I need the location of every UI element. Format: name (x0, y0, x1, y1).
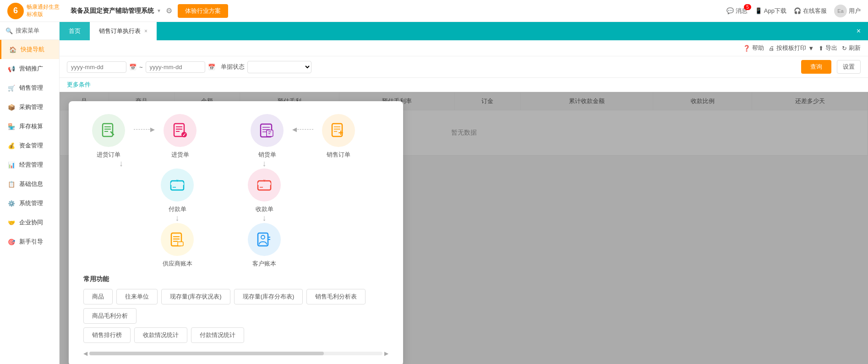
query-button[interactable]: 查询 (801, 60, 831, 74)
sidebar-item-finance[interactable]: 💰 资金管理 (0, 136, 59, 155)
func-btn-receipt-stats[interactable]: 收款情况统计 (134, 327, 187, 343)
scrollbar-right-arrow[interactable]: ▶ (384, 350, 388, 357)
logo-icon: 6 (7, 3, 24, 19)
flow-item-receipt[interactable]: ¥ 收款单 (239, 168, 289, 213)
target-icon: 🎯 (7, 238, 16, 246)
print-button[interactable]: 🖨 按模板打印 ▼ (769, 44, 814, 52)
func-btn-sales-rank[interactable]: 销售排行榜 (83, 327, 131, 343)
quick-nav-modal: 进货订单 ▶ ✓ (69, 101, 403, 364)
marketing-icon: 📢 (7, 65, 16, 73)
sidebar-item-purchase[interactable]: 📦 采购管理 (0, 98, 59, 117)
sidebar-item-marketing[interactable]: 📢 营销推广 (0, 59, 59, 78)
sales-bill-circle (251, 114, 284, 147)
tab-sales-order[interactable]: 销售订单执行表 × (90, 22, 157, 40)
func-btn-stock-status[interactable]: 现存量(库存状况表) (161, 289, 230, 304)
message-badge: 5 (744, 4, 751, 10)
receipt-circle: ¥ (248, 168, 281, 201)
func-btn-goods[interactable]: 商品 (83, 289, 113, 304)
sidebar-item-operations[interactable]: 📊 经营管理 (0, 155, 59, 174)
tab-bar: 首页 销售订单执行表 × × (60, 22, 868, 40)
sidebar-item-inventory[interactable]: 🏪 库存核算 (0, 117, 59, 136)
logo-text: 畅康通好生意 标准版 (27, 4, 60, 18)
common-functions-title: 常用功能 (83, 275, 388, 283)
svg-rect-14 (267, 130, 273, 136)
func-btn-sales-profit[interactable]: 销售毛利分析表 (306, 289, 366, 304)
sidebar-item-enterprise[interactable]: 🤝 企业协同 (0, 213, 59, 232)
sidebar-item-beginner[interactable]: 🎯 新手引导 (0, 232, 59, 251)
func-grid: 商品 往来单位 现存量(库存状况表) 现存量(库存分布表) 销售毛利分析表 商品… (83, 289, 388, 324)
flow-item-payment[interactable]: ¥ 付款单 (152, 168, 202, 213)
func-btn-goods-profit[interactable]: 商品毛利分析 (83, 308, 136, 324)
scrollbar-track[interactable] (89, 352, 382, 355)
more-conditions-link[interactable]: 更多条件 (67, 81, 91, 89)
func-btn-partners[interactable]: 往来单位 (116, 289, 158, 304)
svg-rect-0 (103, 124, 113, 136)
export-button[interactable]: ⬆ 导出 (819, 44, 837, 52)
content-area: 首页 销售订单执行表 × × ❓ 帮助 🖨 按模板打印 (60, 22, 868, 364)
flow-item-purchase-bill[interactable]: ✓ 进货单 (155, 114, 205, 159)
status-select[interactable] (247, 61, 311, 73)
logo-area: 6 畅康通好生意 标准版 (7, 3, 67, 19)
export-icon: ⬆ (819, 45, 824, 52)
top-right-area: 💬 消息 5 📱 App下载 🎧 在线客服 Ea 用户 (726, 5, 861, 17)
supplier-ledger-circle (161, 223, 194, 256)
sidebar: 🔍 搜索菜单 🏠 快捷导航 📢 营销推广 🛒 销售管理 📦 采购管理 🏪 (0, 22, 60, 364)
filter-row: 📅 ~ 📅 单据状态 查询 设置 (60, 56, 868, 78)
sales-order-circle (322, 114, 355, 147)
system-title: 装备及固定资产辅助管理系统 ▼ (71, 7, 161, 15)
home-icon: 🏠 (9, 45, 17, 54)
search-menu[interactable]: 🔍 搜索菜单 (0, 22, 59, 40)
sidebar-item-basic-info[interactable]: 📋 基础信息 (0, 174, 59, 194)
calendar-icon-from[interactable]: 📅 (129, 64, 136, 71)
trial-button[interactable]: 体验行业方案 (178, 4, 228, 18)
setting-button[interactable]: 设置 (837, 60, 861, 74)
print-dropdown-icon: ▼ (808, 45, 814, 52)
message-icon: 💬 (726, 7, 734, 14)
payment-circle: ¥ (161, 168, 194, 201)
online-service-item[interactable]: 🎧 在线客服 (794, 7, 827, 15)
user-item[interactable]: Ea 用户 (834, 5, 861, 17)
money-icon: 💰 (7, 141, 16, 150)
message-item[interactable]: 💬 消息 5 (726, 7, 748, 15)
title-dropdown-icon[interactable]: ▼ (157, 8, 161, 13)
func-btn-payment-stats[interactable]: 付款情况统计 (191, 327, 244, 343)
modal-scrollbar: ◀ ▶ (83, 350, 388, 357)
overlay[interactable]: 进货订单 ▶ ✓ (60, 92, 868, 364)
box-icon: 📦 (7, 103, 16, 111)
purchase-bill-circle: ✓ (164, 114, 197, 147)
tab-close-icon[interactable]: × (144, 28, 147, 34)
tab-bar-close-icon[interactable]: × (849, 27, 868, 35)
flow-item-customer-ledger[interactable]: 客户账本 (239, 223, 289, 268)
scrollbar-left-arrow[interactable]: ◀ (83, 350, 87, 357)
svg-rect-26 (258, 183, 271, 185)
help-button[interactable]: ❓ 帮助 (743, 44, 764, 52)
func-btn-stock-dist[interactable]: 现存量(库存分布表) (234, 289, 303, 304)
func-grid-2: 销售排行榜 收款情况统计 付款情况统计 (83, 327, 388, 343)
tab-home[interactable]: 首页 (60, 22, 90, 40)
svg-rect-22 (171, 183, 184, 185)
flow-item-sales-bill[interactable]: 销货单 (242, 114, 292, 159)
date-to-input[interactable] (146, 61, 205, 73)
sidebar-item-quick-nav[interactable]: 🏠 快捷导航 (0, 40, 59, 59)
arrow-sales-bill-down: ↓ (239, 159, 289, 168)
flow-item-supplier-ledger[interactable]: 供应商账本 (152, 223, 202, 268)
calendar-icon-to[interactable]: 📅 (208, 64, 215, 71)
main-area: 🔍 搜索菜单 🏠 快捷导航 📢 营销推广 🛒 销售管理 📦 采购管理 🏪 (0, 22, 868, 364)
print-icon: 🖨 (769, 45, 775, 52)
arrow-purchase-order-to-bill: ▶ (134, 126, 155, 133)
date-from-input[interactable] (67, 61, 126, 73)
refresh-button[interactable]: ↻ 刷新 (842, 44, 861, 52)
app-download-item[interactable]: 📱 App下载 (755, 7, 786, 15)
phone-icon: 📱 (755, 7, 762, 14)
sidebar-item-system[interactable]: ⚙️ 系统管理 (0, 194, 59, 213)
flow-item-sales-order[interactable]: 销售订单 (313, 114, 364, 159)
svg-text:✓: ✓ (182, 132, 186, 137)
settings-icon[interactable]: ⚙ (166, 6, 172, 15)
page-toolbar: ❓ 帮助 🖨 按模板打印 ▼ ⬆ 导出 ↻ 刷新 (60, 40, 868, 56)
help-icon: ❓ (743, 45, 750, 52)
flow-item-purchase-order[interactable]: 进货订单 (83, 114, 134, 159)
store-icon: 🏪 (7, 122, 16, 130)
sidebar-item-sales[interactable]: 🛒 销售管理 (0, 78, 59, 98)
svg-point-35 (261, 235, 265, 239)
status-filter: 单据状态 (221, 61, 311, 73)
